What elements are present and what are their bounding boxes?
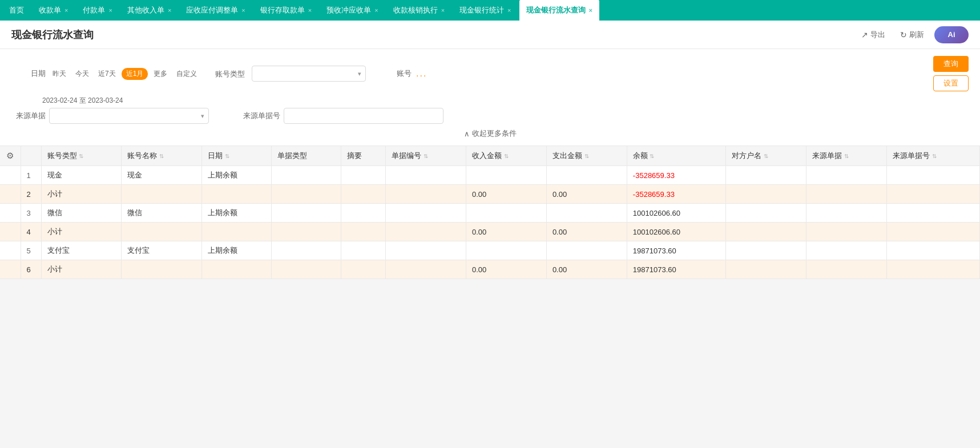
account-dots[interactable]: ...: [416, 68, 427, 79]
account-label: 账号: [377, 68, 412, 79]
date-range-display: 2023-02-24 至 2023-03-24: [42, 96, 969, 106]
refresh-icon: ↻: [900, 30, 907, 39]
close-icon[interactable]: ×: [441, 7, 445, 14]
header-actions: ↗ 导出 ↻ 刷新 Ai: [857, 26, 969, 43]
sort-icon: ⇅: [159, 153, 164, 159]
table-row: 1现金现金上期余额-3528659.33: [0, 166, 980, 185]
date-btn-yesterday[interactable]: 昨天: [49, 68, 70, 80]
col-source-voucher[interactable]: 来源单据 ⇅: [806, 146, 887, 166]
sort-icon: ⇅: [932, 153, 937, 159]
col-income[interactable]: 收入金额 ⇅: [466, 146, 546, 166]
filter-row-source: 来源单据 来源单据号: [11, 108, 969, 124]
filter-group-date: 日期 昨天 今天 近7天 近1月 更多 自定义: [11, 68, 200, 80]
sort-icon: ⇅: [424, 153, 428, 159]
account-type-select-wrapper: [252, 66, 366, 82]
nav-tab-银行存取款单[interactable]: 银行存取款单 ×: [253, 0, 318, 21]
close-icon[interactable]: ×: [168, 7, 171, 14]
data-table: ⚙ 账号类型 ⇅ 账号名称 ⇅ 日期 ⇅ 单据类型 摘要 单据编号 ⇅ 收入金额…: [0, 146, 980, 279]
source-voucher-select[interactable]: [49, 108, 209, 124]
collapse-bar[interactable]: ∧ 收起更多条件: [11, 126, 969, 141]
filter-group-account: 账号 ...: [377, 68, 427, 79]
settings-gear-icon[interactable]: ⚙: [6, 151, 14, 160]
date-btn-7days[interactable]: 近7天: [95, 68, 119, 80]
settings-button[interactable]: 设置: [933, 75, 969, 91]
filter-row-date: 日期 昨天 今天 近7天 近1月 更多 自定义 账号类型 账号 ... 查询: [11, 56, 969, 91]
sort-icon: ⇅: [764, 153, 768, 159]
page-header: 现金银行流水查询 ↗ 导出 ↻ 刷新 Ai: [0, 21, 980, 49]
col-counterpart[interactable]: 对方户名 ⇅: [726, 146, 806, 166]
col-index: [21, 146, 41, 166]
page-title: 现金银行流水查询: [11, 28, 94, 42]
sort-icon: ⇅: [844, 153, 849, 159]
table-container: ⚙ 账号类型 ⇅ 账号名称 ⇅ 日期 ⇅ 单据类型 摘要 单据编号 ⇅ 收入金额…: [0, 146, 980, 279]
source-voucher-no-input[interactable]: [284, 108, 443, 124]
nav-tab-付款单[interactable]: 付款单 ×: [76, 0, 119, 21]
col-account-type[interactable]: 账号类型 ⇅: [41, 146, 122, 166]
close-icon[interactable]: ×: [589, 7, 592, 14]
table-body: 1现金现金上期余额-3528659.332小计0.000.00-3528659.…: [0, 166, 980, 279]
sort-icon: ⇅: [504, 153, 509, 159]
table-row: 3微信微信上期余额100102606.60: [0, 204, 980, 223]
date-options: 昨天 今天 近7天 近1月 更多 自定义: [49, 68, 200, 80]
col-summary: 摘要: [341, 146, 385, 166]
table-row: 6小计0.000.0019871073.60: [0, 260, 980, 279]
export-icon: ↗: [861, 30, 868, 39]
col-voucher-type: 单据类型: [272, 146, 341, 166]
account-type-label: 账号类型: [215, 70, 245, 78]
date-btn-more[interactable]: 更多: [150, 68, 171, 80]
close-icon[interactable]: ×: [507, 7, 511, 14]
col-account-name[interactable]: 账号名称 ⇅: [122, 146, 202, 166]
sort-icon: ⇅: [650, 153, 654, 159]
filter-area: 日期 昨天 今天 近7天 近1月 更多 自定义 账号类型 账号 ... 查询: [0, 49, 980, 146]
filter-group-accounttype: 账号类型: [215, 66, 366, 82]
nav-tab-收款单[interactable]: 收款单 ×: [32, 0, 75, 21]
close-icon[interactable]: ×: [241, 7, 245, 14]
nav-tab-预收冲应收单[interactable]: 预收冲应收单 ×: [320, 0, 385, 21]
table-row: 4小计0.000.00100102606.60: [0, 223, 980, 241]
nav-tab-现金银行流水查询[interactable]: 现金银行流水查询 ×: [519, 0, 599, 21]
nav-tab-现金银行统计[interactable]: 现金银行统计 ×: [453, 0, 518, 21]
date-btn-custom[interactable]: 自定义: [173, 68, 200, 80]
source-voucher-select-wrapper: [49, 108, 209, 124]
account-type-select[interactable]: [252, 66, 366, 82]
table-row: 5支付宝支付宝上期余额19871073.60: [0, 241, 980, 260]
nav-tab-其他收入单[interactable]: 其他收入单 ×: [120, 0, 178, 21]
refresh-button[interactable]: ↻ 刷新: [896, 27, 929, 42]
nav-home[interactable]: 首页: [2, 0, 31, 21]
sort-icon: ⇅: [79, 153, 83, 159]
close-icon[interactable]: ×: [64, 7, 68, 14]
source-voucher-no-label: 来源单据号: [243, 111, 280, 121]
sort-icon: ⇅: [584, 153, 589, 159]
top-navigation: 首页 收款单 × 付款单 × 其他收入单 × 应收应付调整单 × 银行存取款单 …: [0, 0, 980, 21]
nav-tab-应收应付调整单[interactable]: 应收应付调整单 ×: [179, 0, 252, 21]
col-voucher-no[interactable]: 单据编号 ⇅: [385, 146, 466, 166]
table-header-row: ⚙ 账号类型 ⇅ 账号名称 ⇅ 日期 ⇅ 单据类型 摘要 单据编号 ⇅ 收入金额…: [0, 146, 980, 166]
export-button[interactable]: ↗ 导出: [857, 27, 890, 42]
col-gear[interactable]: ⚙: [0, 146, 21, 166]
date-btn-today[interactable]: 今天: [72, 68, 92, 80]
col-source-voucher-no[interactable]: 来源单据号 ⇅: [887, 146, 980, 166]
col-expense[interactable]: 支出金额 ⇅: [546, 146, 627, 166]
close-icon[interactable]: ×: [374, 7, 378, 14]
ai-button[interactable]: Ai: [934, 26, 969, 43]
filter-action-buttons: 查询 设置: [933, 56, 969, 91]
table-row: 2小计0.000.00-3528659.33: [0, 185, 980, 204]
close-icon[interactable]: ×: [108, 7, 112, 14]
query-button[interactable]: 查询: [933, 56, 969, 72]
nav-tab-收款核销执行[interactable]: 收款核销执行 ×: [386, 0, 451, 21]
close-icon[interactable]: ×: [308, 7, 312, 14]
collapse-label: 收起更多条件: [472, 128, 517, 139]
date-btn-1month[interactable]: 近1月: [122, 68, 148, 80]
filter-group-source-voucher: 来源单据: [11, 108, 209, 124]
source-voucher-label: 来源单据: [11, 111, 46, 121]
date-label: 日期: [11, 68, 46, 79]
col-date[interactable]: 日期 ⇅: [202, 146, 272, 166]
col-balance[interactable]: 余额 ⇅: [627, 146, 726, 166]
sort-icon: ⇅: [225, 153, 229, 159]
chevron-up-icon: ∧: [464, 130, 470, 138]
filter-group-source-voucher-no: 来源单据号: [243, 108, 443, 124]
